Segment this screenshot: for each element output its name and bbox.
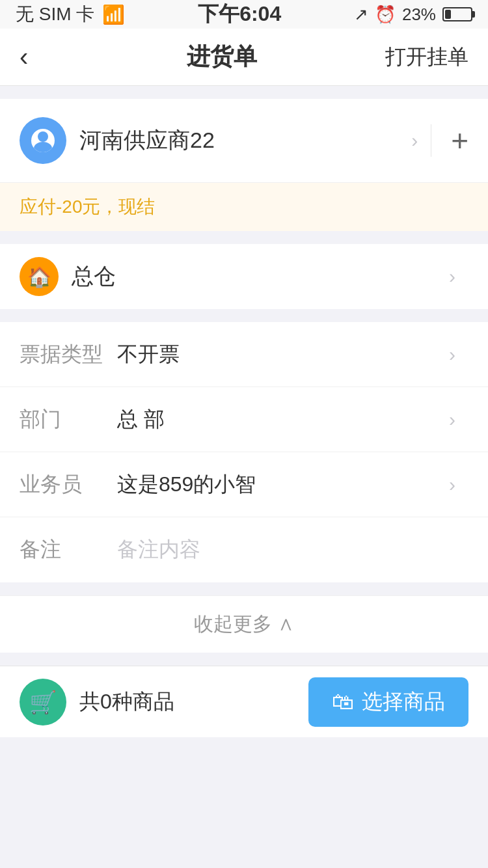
warehouse-chevron-icon: › [449, 265, 455, 288]
section-gap-1 [0, 86, 488, 99]
invoice-chevron-icon: › [449, 344, 455, 366]
wifi-icon: 📶 [102, 4, 125, 25]
add-button[interactable]: + [451, 126, 468, 156]
location-icon: ↗ [354, 5, 368, 25]
open-pending-button[interactable]: 打开挂单 [385, 43, 468, 72]
status-bar: 无 SIM 卡 📶 下午6:04 ↗ ⏰ 23% [0, 0, 488, 29]
remark-placeholder: 备注内容 [117, 536, 468, 564]
collapse-text: 收起更多 ∧ [194, 611, 293, 638]
goods-count-text: 共0种商品 [79, 688, 308, 716]
department-chevron-icon: › [449, 409, 455, 431]
bottom-bar: 🛒 共0种商品 🛍 选择商品 [0, 666, 488, 737]
salesperson-value: 这是859的小智 [117, 470, 449, 499]
remark-row[interactable]: 备注 备注内容 [0, 517, 488, 582]
select-goods-icon: 🛍 [332, 689, 354, 714]
supplier-avatar [20, 117, 66, 164]
warehouse-icon: 🏠 [27, 265, 51, 288]
supplier-chevron-icon: › [411, 129, 418, 152]
form-section: 票据类型 不开票 › 部门 总 部 › 业务员 这是859的小智 › 备注 备注… [0, 322, 488, 582]
battery-percent: 23% [402, 5, 436, 25]
avatar-icon [31, 129, 55, 152]
status-right: ↗ ⏰ 23% [354, 5, 472, 25]
select-goods-label: 选择商品 [362, 688, 445, 716]
supplier-name: 河南供应商22 [79, 126, 411, 156]
warehouse-section: 🏠 总仓 › [0, 244, 488, 309]
back-button[interactable]: ‹ [20, 42, 59, 72]
salesperson-row[interactable]: 业务员 这是859的小智 › [0, 452, 488, 517]
select-goods-button[interactable]: 🛍 选择商品 [308, 677, 468, 727]
department-label: 部门 [20, 405, 117, 434]
vertical-divider [431, 124, 431, 157]
status-left: 无 SIM 卡 📶 [16, 2, 125, 27]
warehouse-icon-wrap: 🏠 [20, 257, 59, 296]
gray-background [0, 737, 488, 868]
page-title: 进货单 [187, 41, 257, 73]
supplier-section: 河南供应商22 › + 应付-20元，现结 [0, 99, 488, 231]
battery-icon [442, 7, 472, 21]
cart-icon: 🛒 [29, 689, 57, 715]
department-row[interactable]: 部门 总 部 › [0, 387, 488, 452]
warehouse-row[interactable]: 🏠 总仓 › [0, 244, 488, 309]
nav-bar: ‹ 进货单 打开挂单 [0, 29, 488, 86]
alarm-icon: ⏰ [375, 5, 396, 25]
invoice-type-value: 不开票 [117, 340, 449, 369]
supplier-row[interactable]: 河南供应商22 › + [0, 99, 488, 183]
status-time: 下午6:04 [198, 0, 281, 29]
invoice-type-label: 票据类型 [20, 340, 117, 369]
bottom-icon-wrap: 🛒 [20, 679, 66, 726]
salesperson-label: 业务员 [20, 470, 117, 499]
carrier-text: 无 SIM 卡 [16, 2, 94, 27]
collapse-row[interactable]: 收起更多 ∧ [0, 595, 488, 653]
notice-text: 应付-20元，现结 [20, 197, 155, 217]
remark-label: 备注 [20, 536, 117, 564]
salesperson-chevron-icon: › [449, 474, 455, 496]
invoice-type-row[interactable]: 票据类型 不开票 › [0, 322, 488, 387]
notice-bar: 应付-20元，现结 [0, 183, 488, 231]
warehouse-name: 总仓 [72, 262, 449, 292]
department-value: 总 部 [117, 405, 449, 434]
